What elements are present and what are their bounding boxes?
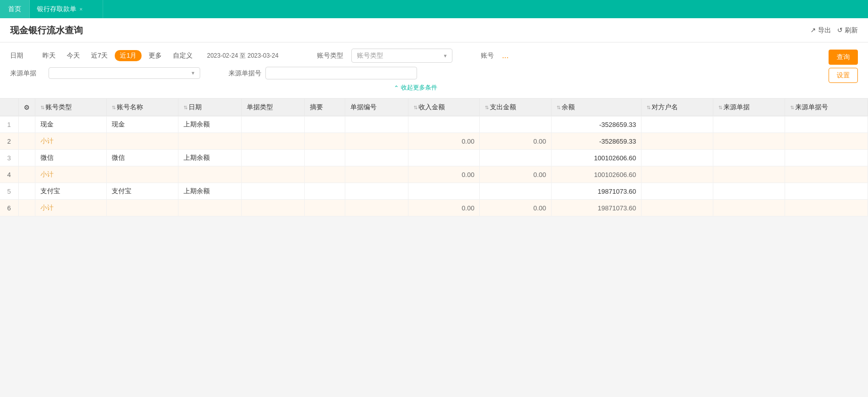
col-counterpart[interactable]: ⇅对方户名	[642, 99, 713, 116]
cell-counterpart	[642, 166, 713, 183]
cell-account_name	[107, 166, 178, 183]
date-option-更多[interactable]: 更多	[145, 50, 166, 61]
nav-home[interactable]: 首页	[0, 0, 30, 18]
cell-doc_type	[241, 133, 304, 150]
cell-source_doc	[713, 200, 785, 216]
export-button[interactable]: ↗ 导出	[810, 26, 831, 35]
account-type-value: 账号类型	[357, 51, 383, 60]
date-option-近1月[interactable]: 近1月	[115, 50, 142, 61]
cell-source_doc_no	[785, 133, 867, 150]
close-icon[interactable]: ×	[79, 6, 82, 12]
account-group: 账号 ...	[481, 51, 511, 60]
cell-row-num: 1	[0, 116, 18, 133]
cell-account_type: 小计	[35, 166, 107, 183]
chevron-down-icon: ▾	[444, 53, 447, 59]
cell-gear	[18, 133, 35, 150]
table-row[interactable]: 1现金现金上期余额-3528659.33	[0, 116, 868, 133]
cell-expense: 0.00	[480, 166, 552, 183]
date-option-近7天[interactable]: 近7天	[87, 50, 112, 61]
cell-gear	[18, 116, 35, 133]
export-icon: ↗	[810, 26, 816, 34]
cell-balance: 19871073.60	[552, 200, 642, 216]
cell-date	[178, 133, 242, 150]
cell-counterpart	[642, 116, 713, 133]
cell-counterpart	[642, 183, 713, 200]
page-title: 现金银行流水查询	[10, 24, 83, 36]
col-index	[0, 99, 18, 116]
cell-doc_type	[241, 183, 304, 200]
collapse-bar[interactable]: ⌃ 收起更多条件	[10, 83, 820, 92]
col-source_doc_no[interactable]: ⇅来源单据号	[785, 99, 867, 116]
filter-main: 日期 昨天今天近7天近1月更多自定义 2023-02-24 至 2023-03-…	[10, 49, 858, 92]
cell-counterpart	[642, 133, 713, 150]
cell-source_doc	[713, 116, 785, 133]
cell-summary	[304, 166, 345, 183]
top-nav: 首页 收款单×付款单×其他收入单×应收应付调整单×银行存取款单×预收冲应收单×收…	[0, 0, 868, 18]
cell-row-num: 3	[0, 150, 18, 166]
cell-gear	[18, 200, 35, 216]
cell-income	[408, 183, 480, 200]
source-doc-num-input[interactable]	[265, 67, 417, 79]
cell-source_doc_no	[785, 116, 867, 133]
cell-expense	[480, 116, 552, 133]
cell-row-num: 2	[0, 133, 18, 150]
table-body: 1现金现金上期余额-3528659.332小计0.000.00-3528659.…	[0, 116, 868, 216]
cell-expense: 0.00	[480, 133, 552, 150]
account-type-select[interactable]: 账号类型 ▾	[351, 49, 452, 63]
cell-doc_type	[241, 200, 304, 216]
cell-source_doc	[713, 150, 785, 166]
cell-counterpart	[642, 150, 713, 166]
col-account_type[interactable]: ⇅账号类型	[35, 99, 107, 116]
cell-doc_no	[345, 150, 408, 166]
filter-area: 日期 昨天今天近7天近1月更多自定义 2023-02-24 至 2023-03-…	[0, 42, 868, 99]
refresh-button[interactable]: ↺ 刷新	[837, 26, 858, 35]
data-table: ⚙⇅账号类型⇅账号名称⇅日期单据类型摘要单据编号⇅收入金额⇅支出金额⇅余额⇅对方…	[0, 99, 868, 216]
nav-tab-银行存取款单[interactable]: 银行存取款单×	[30, 0, 103, 18]
source-doc-select[interactable]: ▾	[49, 67, 200, 79]
cell-account_name: 微信	[107, 150, 178, 166]
col-account_name[interactable]: ⇅账号名称	[107, 99, 178, 116]
col-date[interactable]: ⇅日期	[178, 99, 242, 116]
cell-income: 0.00	[408, 133, 480, 150]
date-option-今天[interactable]: 今天	[63, 50, 84, 61]
table-row[interactable]: 3微信微信上期余额100102606.60	[0, 150, 868, 166]
settings-button[interactable]: 设置	[829, 68, 858, 83]
query-button[interactable]: 查询	[829, 50, 858, 65]
col-income[interactable]: ⇅收入金额	[408, 99, 480, 116]
cell-account_type: 支付宝	[35, 183, 107, 200]
cell-account_type: 现金	[35, 116, 107, 133]
filter-row-2: 来源单据 ▾ 来源单据号	[10, 67, 820, 79]
cell-doc_type	[241, 116, 304, 133]
col-balance[interactable]: ⇅余额	[552, 99, 642, 116]
col-source_doc[interactable]: ⇅来源单据	[713, 99, 785, 116]
cell-account_name: 支付宝	[107, 183, 178, 200]
cell-expense	[480, 150, 552, 166]
cell-doc_no	[345, 133, 408, 150]
filter-right-buttons: 查询 设置	[820, 49, 858, 92]
date-option-昨天[interactable]: 昨天	[38, 50, 60, 61]
collapse-icon: ⌃	[394, 84, 399, 92]
table-row[interactable]: 6小计0.000.0019871073.60	[0, 200, 868, 216]
cell-row-num: 6	[0, 200, 18, 216]
cell-balance: 100102606.60	[552, 166, 642, 183]
cell-date: 上期余额	[178, 116, 242, 133]
cell-source_doc_no	[785, 150, 867, 166]
table-row[interactable]: 4小计0.000.00100102606.60	[0, 166, 868, 183]
source-doc-label: 来源单据	[10, 69, 40, 78]
cell-doc_no	[345, 183, 408, 200]
cell-source_doc	[713, 183, 785, 200]
cell-gear	[18, 183, 35, 200]
date-label: 日期	[10, 51, 30, 60]
date-option-自定义[interactable]: 自定义	[169, 50, 197, 61]
table-row[interactable]: 5支付宝支付宝上期余额19871073.60	[0, 183, 868, 200]
more-options-button[interactable]: ...	[500, 51, 511, 60]
table-row[interactable]: 2小计0.000.00-3528659.33	[0, 133, 868, 150]
cell-source_doc_no	[785, 183, 867, 200]
date-range: 2023-02-24 至 2023-03-24	[207, 52, 278, 60]
table-header-row: ⚙⇅账号类型⇅账号名称⇅日期单据类型摘要单据编号⇅收入金额⇅支出金额⇅余额⇅对方…	[0, 99, 868, 116]
cell-summary	[304, 183, 345, 200]
cell-expense	[480, 183, 552, 200]
cell-account_name	[107, 133, 178, 150]
cell-income	[408, 116, 480, 133]
col-expense[interactable]: ⇅支出金额	[480, 99, 552, 116]
